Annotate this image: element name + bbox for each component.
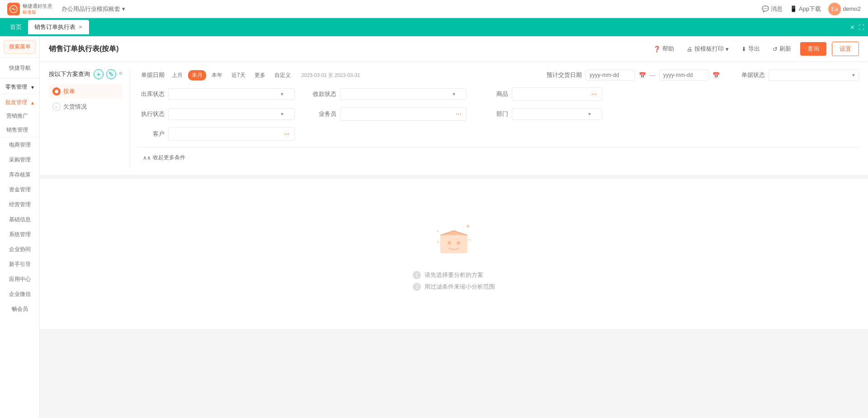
- date-btn-last-7days[interactable]: 近7天: [228, 70, 249, 81]
- maximize-icon[interactable]: ⛶: [859, 24, 864, 31]
- collapse-area: ∧∧ 收起更多条件: [137, 147, 859, 168]
- export-icon: ⬇: [741, 46, 746, 52]
- svg-point-9: [437, 241, 439, 243]
- payment-status-select[interactable]: ▾: [340, 88, 467, 100]
- sidebar-item-basics[interactable]: 基础信息: [0, 212, 39, 227]
- date-btn-custom[interactable]: 自定义: [271, 70, 294, 81]
- filter-scheme-panel: 按以下方案查询 + ✎ « 按单 ○: [49, 69, 130, 168]
- empty-steps-list: 1 请先选择要分析的方案 2 用过滤条件来缩小分析范围: [413, 269, 495, 293]
- delivery-date-label: 预计交货日期: [547, 71, 582, 79]
- sidebar-item-quick-nav[interactable]: 快捷导航: [0, 61, 39, 76]
- scheme-actions: + ✎ «: [94, 69, 123, 79]
- date-btn-this-year[interactable]: 本年: [208, 70, 226, 81]
- refresh-button[interactable]: ↺ 刷新: [769, 43, 795, 55]
- doc-status-label: 单据状态: [738, 71, 765, 79]
- export-button[interactable]: ⬇ 导出: [738, 43, 764, 55]
- date-btn-more[interactable]: 更多: [251, 70, 269, 81]
- svg-rect-1: [440, 235, 467, 253]
- sidebar-item-enterprise[interactable]: 企业协同: [0, 242, 39, 257]
- wholesale-arrow-icon: ▴: [31, 100, 34, 106]
- filter-group-payment: 收款状态 ▾: [309, 88, 467, 100]
- calendar-to-icon[interactable]: 📅: [712, 72, 720, 79]
- logo-text: 畅捷通好生意 标准版: [23, 3, 52, 15]
- date-btn-this-month[interactable]: 本月: [188, 70, 206, 81]
- template-print-button[interactable]: 🖨 按模板打印 ▾: [683, 43, 732, 55]
- delivery-date-to-input[interactable]: [659, 70, 709, 81]
- sidebar-item-appstore[interactable]: 应用中心: [0, 272, 39, 287]
- page-actions: ❓ 帮助 🖨 按模板打印 ▾ ⬇ 导出 ↺ 刷新 查询 设置: [650, 42, 859, 56]
- retail-arrow-icon: ▾: [31, 84, 34, 90]
- content-area: 销售订单执行表(按单) ❓ 帮助 🖨 按模板打印 ▾ ⬇ 导出 ↺ 刷新: [40, 36, 868, 418]
- sidebar-item-ecommerce[interactable]: 电商管理: [0, 138, 39, 152]
- shipping-status-label: 出库状态: [137, 90, 165, 98]
- message-button[interactable]: 💬 消息: [762, 5, 783, 13]
- shipping-status-select[interactable]: ▾: [168, 88, 295, 100]
- shipping-arrow-icon: ▾: [281, 91, 283, 97]
- scheme-collapse-icon[interactable]: «: [119, 69, 123, 79]
- company-selector[interactable]: 办公用品行业模拟账套 ▾: [61, 5, 125, 13]
- exec-status-select[interactable]: ▾: [168, 108, 295, 120]
- customer-label: 客户: [137, 130, 165, 138]
- sidebar-item-guide[interactable]: 新手引导: [0, 257, 39, 272]
- home-tab-label: 首页: [10, 23, 22, 31]
- sidebar-item-sales-mgmt[interactable]: 销售管理: [0, 123, 39, 137]
- dept-select[interactable]: ▾: [512, 108, 602, 120]
- top-bar: 畅捷通好生意 标准版 办公用品行业模拟账套 ▾ 💬 消息 📱 App下载 Ea …: [0, 0, 868, 18]
- doc-date-label: 单据日期: [137, 71, 165, 79]
- sidebar-item-wechat[interactable]: 企业微信: [0, 287, 39, 302]
- tab-home[interactable]: 首页: [4, 20, 28, 34]
- sidebar-item-operations[interactable]: 经营管理: [0, 197, 39, 212]
- edit-scheme-button[interactable]: ✎: [106, 69, 116, 79]
- scheme-dot-icon: [52, 87, 61, 95]
- doc-status-select[interactable]: ▾: [769, 69, 859, 81]
- customer-select[interactable]: ···: [168, 127, 295, 141]
- add-scheme-button[interactable]: +: [94, 69, 104, 79]
- product-dots-icon[interactable]: ···: [591, 90, 597, 98]
- message-icon: 💬: [762, 5, 769, 12]
- payment-status-label: 收款状态: [309, 90, 336, 98]
- filter-layout: 按以下方案查询 + ✎ « 按单 ○: [49, 69, 859, 168]
- top-bar-right: 💬 消息 📱 App下载 Ea demo2: [762, 3, 861, 15]
- calendar-from-icon[interactable]: 📅: [639, 72, 646, 79]
- app-icon: 📱: [790, 5, 797, 12]
- query-button[interactable]: 查询: [800, 42, 826, 56]
- tab-maximize-actions: ✕ ⛶: [850, 24, 864, 31]
- user-menu[interactable]: Ea demo2: [828, 3, 861, 15]
- sidebar-item-retail[interactable]: 零售管理 ▾: [0, 79, 39, 94]
- date-btn-last-month[interactable]: 上月: [168, 70, 186, 81]
- dept-arrow-icon: ▾: [588, 111, 591, 117]
- delivery-date-from-input[interactable]: [585, 70, 635, 81]
- app-download-button[interactable]: 📱 App下载: [790, 5, 821, 13]
- filter-row-4: 客户 ···: [137, 127, 859, 141]
- sidebar-item-wholesale[interactable]: 批发管理 ▴: [0, 94, 39, 109]
- sidebar-item-system[interactable]: 系统管理: [0, 227, 39, 242]
- print-icon: 🖨: [687, 46, 693, 52]
- scheme-label: 按以下方案查询: [49, 70, 90, 78]
- salesperson-dots-icon[interactable]: ···: [456, 110, 462, 118]
- tab-sales-order[interactable]: 销售订单执行表 ✕: [28, 20, 89, 34]
- date-range-separator: —: [650, 72, 656, 79]
- exec-arrow-icon: ▾: [281, 111, 283, 117]
- page-header: 销售订单执行表(按单) ❓ 帮助 🖨 按模板打印 ▾ ⬇ 导出 ↺ 刷新: [40, 36, 868, 62]
- salesperson-select[interactable]: ···: [340, 107, 467, 121]
- filter-group-salesperson: 业务员 ···: [309, 107, 467, 121]
- svg-text:✦: ✦: [436, 229, 439, 234]
- sidebar-item-member[interactable]: 畅会员: [0, 302, 39, 317]
- help-button[interactable]: ❓ 帮助: [650, 43, 678, 55]
- filter-panel: 按以下方案查询 + ✎ « 按单 ○: [40, 62, 868, 175]
- scheme-item-by-order[interactable]: 按单: [49, 85, 123, 98]
- search-menu-button[interactable]: 搜索菜单: [4, 40, 36, 54]
- collapse-button[interactable]: ∧∧ 收起更多条件: [137, 151, 859, 164]
- tab-close-icon[interactable]: ✕: [78, 24, 83, 30]
- customer-dots-icon[interactable]: ···: [284, 130, 290, 138]
- tab-bar: 首页 销售订单执行表 ✕ ✕ ⛶: [0, 18, 868, 36]
- sidebar-item-inventory[interactable]: 库存核算: [0, 167, 39, 182]
- product-select[interactable]: ···: [512, 87, 602, 101]
- sidebar-item-finance[interactable]: 资金管理: [0, 182, 39, 197]
- scheme-item-shortage[interactable]: ○ 欠货情况: [49, 100, 123, 114]
- sidebar-item-marketing[interactable]: 营销推广: [0, 109, 39, 123]
- settings-button[interactable]: 设置: [832, 42, 859, 56]
- sidebar-item-purchase[interactable]: 采购管理: [0, 152, 39, 167]
- close-window-icon[interactable]: ✕: [850, 24, 855, 31]
- sidebar: 搜索菜单 快捷导航 零售管理 ▾ 批发管理 ▴ 营销推广 销售管理 电商管理 采…: [0, 36, 40, 418]
